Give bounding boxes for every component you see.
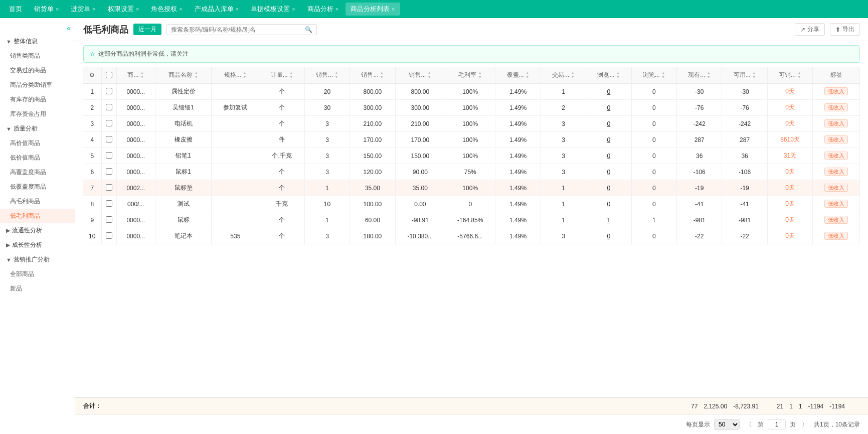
nav-item-product-entry[interactable]: 产成品入库单× xyxy=(190,3,244,16)
sidebar-item-high-coverage[interactable]: 高覆盖度商品 xyxy=(0,165,75,180)
cell-checkbox xyxy=(101,84,116,100)
sidebar-item-low-coverage[interactable]: 低覆盖度商品 xyxy=(0,180,75,194)
share-button[interactable]: ↗ 分享 xyxy=(795,23,825,36)
search-icon[interactable]: 🔍 xyxy=(305,26,312,33)
row-checkbox-7[interactable] xyxy=(106,200,112,207)
browse1-link[interactable]: 0 xyxy=(607,185,611,192)
browse1-link[interactable]: 0 xyxy=(607,169,611,176)
sidebar-item-low-value[interactable]: 低价值商品 xyxy=(0,151,75,165)
nav-close-permissions[interactable]: × xyxy=(136,6,139,12)
nav-close-sales[interactable]: × xyxy=(56,6,59,12)
cell-browse1[interactable]: 1 xyxy=(586,212,631,228)
th-browse1[interactable]: 浏览...▲▼ xyxy=(586,67,631,84)
row-checkbox-9[interactable] xyxy=(106,232,112,239)
table-row: 90000...鼠标个160.00-98.91-164.85%1.49%111-… xyxy=(83,212,860,228)
sidebar-item-high-value[interactable]: 高价值商品 xyxy=(0,136,75,151)
th-available[interactable]: 可用...▲▼ xyxy=(722,67,767,84)
nav-item-roles[interactable]: 角色授权× xyxy=(146,3,187,16)
nav-close-product-entry[interactable]: × xyxy=(236,6,239,12)
th-browse2[interactable]: 浏览...▲▼ xyxy=(631,67,676,84)
nav-item-home[interactable]: 首页 xyxy=(4,3,27,16)
search-input[interactable] xyxy=(171,26,305,33)
th-current-stock[interactable]: 现有...▲▼ xyxy=(677,67,722,84)
row-checkbox-3[interactable] xyxy=(106,136,112,142)
collapse-icon[interactable]: « xyxy=(67,24,71,32)
th-sales-price[interactable]: 销售...▲▼ xyxy=(350,67,395,84)
th-settings[interactable]: ⚙ xyxy=(83,67,101,84)
nav-close-analysis[interactable]: × xyxy=(335,6,338,12)
cell-available: 287 xyxy=(722,132,767,148)
page-input[interactable] xyxy=(768,419,786,429)
nav-item-analysis-list[interactable]: 商品分析列表× xyxy=(345,3,400,16)
select-all-checkbox[interactable] xyxy=(106,72,112,78)
sidebar-item-new-goods[interactable]: 新品 xyxy=(0,281,75,296)
row-checkbox-2[interactable] xyxy=(106,120,112,126)
nav-item-purchase[interactable]: 进货单× xyxy=(66,3,100,16)
prev-page-btn[interactable]: 〈 xyxy=(744,419,754,430)
sidebar-item-funds-occupy[interactable]: 库存资金占用 xyxy=(0,107,75,121)
th-name[interactable]: 商品名称▲▼ xyxy=(155,67,212,84)
browse1-link[interactable]: 1 xyxy=(607,217,611,224)
cell-browse1[interactable]: 0 xyxy=(586,116,631,132)
cell-browse1[interactable]: 0 xyxy=(586,100,631,116)
sidebar-group-flow-analysis[interactable]: ▶流通性分析 xyxy=(0,223,75,238)
cell-sales-price: 100.00 xyxy=(350,196,395,212)
th-saleable[interactable]: 可销...▲▼ xyxy=(767,67,812,84)
cell-browse1[interactable]: 0 xyxy=(586,164,631,180)
browse1-link[interactable]: 0 xyxy=(607,233,611,240)
nav-close-analysis-list[interactable]: × xyxy=(392,6,395,12)
cell-browse1[interactable]: 0 xyxy=(586,148,631,164)
browse1-link[interactable]: 0 xyxy=(607,201,611,208)
filter-button[interactable]: 近一月 xyxy=(133,24,161,35)
sidebar-group-overall[interactable]: ▼整体信息 xyxy=(0,34,75,49)
browse1-link[interactable]: 0 xyxy=(607,153,611,160)
cell-browse1[interactable]: 0 xyxy=(586,228,631,244)
cell-browse1[interactable]: 0 xyxy=(586,132,631,148)
export-button[interactable]: ⬆ 导出 xyxy=(830,23,860,36)
sidebar-item-low-margin[interactable]: 低毛利商品 xyxy=(0,209,75,223)
th-transaction[interactable]: 交易...▲▼ xyxy=(541,67,586,84)
th-sales-profit[interactable]: 销售...▲▼ xyxy=(395,67,445,84)
sidebar-item-sales-goods[interactable]: 销售类商品 xyxy=(0,49,75,63)
cell-browse1[interactable]: 0 xyxy=(586,196,631,212)
sidebar-collapse-btn[interactable]: « xyxy=(0,22,75,34)
nav-item-sales[interactable]: 销货单× xyxy=(29,3,64,16)
th-spec[interactable]: 规格...▲▼ xyxy=(212,67,259,84)
browse1-link[interactable]: 0 xyxy=(607,104,611,111)
row-checkbox-8[interactable] xyxy=(106,216,112,223)
nav-close-purchase[interactable]: × xyxy=(92,6,95,12)
row-checkbox-5[interactable] xyxy=(106,168,112,175)
next-page-btn[interactable]: 〉 xyxy=(800,419,810,430)
row-checkbox-4[interactable] xyxy=(106,152,112,159)
sidebar-item-traded-goods[interactable]: 交易过的商品 xyxy=(0,63,75,78)
browse1-link[interactable]: 0 xyxy=(607,120,611,127)
sidebar-item-goods-by-category[interactable]: 商品分类助销率 xyxy=(0,78,75,92)
row-checkbox-6[interactable] xyxy=(106,184,112,191)
nav-close-template[interactable]: × xyxy=(292,6,295,12)
sidebar-group-marketing-analysis[interactable]: ▼营销推广分析 xyxy=(0,252,75,267)
cell-browse1[interactable]: 0 xyxy=(586,84,631,100)
th-tag: 标签 xyxy=(813,67,860,84)
cell-available: -41 xyxy=(722,196,767,212)
row-checkbox-0[interactable] xyxy=(106,88,112,94)
browse1-link[interactable]: 0 xyxy=(607,88,611,95)
nav-close-roles[interactable]: × xyxy=(179,6,182,12)
nav-item-template[interactable]: 单据模板设置× xyxy=(246,3,300,16)
main-table: ⚙ 商...▲▼ 商品名称▲▼ 规格...▲▼ xyxy=(83,67,860,244)
th-gross-margin[interactable]: 毛利率▲▼ xyxy=(445,67,495,84)
per-page-select[interactable]: 2050100 xyxy=(714,419,740,430)
sidebar-item-high-margin[interactable]: 高毛利商品 xyxy=(0,194,75,209)
sidebar-group-quality-analysis[interactable]: ▼质量分析 xyxy=(0,121,75,136)
sidebar-item-all-goods[interactable]: 全部商品 xyxy=(0,267,75,281)
sidebar-group-growth-analysis[interactable]: ▶成长性分析 xyxy=(0,238,75,252)
nav-item-permissions[interactable]: 权限设置× xyxy=(103,3,144,16)
browse1-link[interactable]: 0 xyxy=(607,136,611,143)
nav-item-analysis[interactable]: 商品分析× xyxy=(302,3,343,16)
row-checkbox-1[interactable] xyxy=(106,104,112,110)
th-code[interactable]: 商...▲▼ xyxy=(116,67,155,84)
cell-browse1[interactable]: 0 xyxy=(586,180,631,196)
th-coverage[interactable]: 覆盖...▲▼ xyxy=(495,67,541,84)
th-unit[interactable]: 计量...▲▼ xyxy=(259,67,304,84)
th-sales-qty[interactable]: 销售...▲▼ xyxy=(304,67,350,84)
sidebar-item-inventory-goods[interactable]: 有库存的商品 xyxy=(0,92,75,107)
